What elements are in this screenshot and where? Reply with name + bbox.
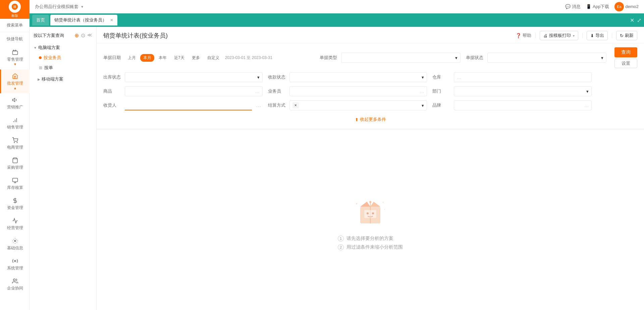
tab-close-button[interactable]: ✕ xyxy=(110,18,113,22)
sidebar-item-marketing[interactable]: 营销推广 xyxy=(0,93,30,113)
tab-close-all-button[interactable]: ✕ xyxy=(630,17,634,23)
purchase-icon xyxy=(12,157,18,164)
add-scheme-button[interactable]: ⊕ xyxy=(74,32,79,39)
sidebar-item-sales[interactable]: 销售管理 xyxy=(0,113,30,134)
doc-status-select[interactable]: ▾ xyxy=(487,53,606,63)
brand-label: 品牌 xyxy=(432,102,451,108)
mobile-scheme-group-label: 移动端方案 xyxy=(42,76,63,82)
breadcrumb-dropdown[interactable]: ▾ xyxy=(81,4,83,9)
department-select[interactable]: ▾ xyxy=(454,86,592,96)
date-this-year[interactable]: 本年 xyxy=(156,54,170,62)
refresh-icon: ↻ xyxy=(620,33,624,38)
tab-home[interactable]: 首页 xyxy=(32,15,49,25)
collect-status-select[interactable]: ▾ xyxy=(289,72,427,82)
sidebar-item-label-system: 系统管理 xyxy=(7,265,23,271)
sidebar-item-inventory[interactable]: 库存核算 xyxy=(0,174,30,194)
sidebar-item-label-finance: 资金管理 xyxy=(7,205,23,211)
date-range-text: 2023-03-01 至 2023-03-31 xyxy=(225,55,272,61)
mobile-scheme-group-header[interactable]: ▶ 移动端方案 xyxy=(30,74,96,84)
page-actions: ❓ 帮助 🖨 按模板打印 ▾ ⬇ 导出 xyxy=(516,31,637,40)
inventory-icon xyxy=(12,177,18,184)
warehouse-select[interactable]: … xyxy=(454,72,592,82)
out-status-select[interactable]: ▾ xyxy=(125,72,263,82)
tab-expand-button[interactable]: ⤢ xyxy=(637,17,641,23)
settings-button[interactable]: 设置 xyxy=(614,59,637,68)
pc-scheme-group-header[interactable]: ▼ 电脑端方案 xyxy=(30,43,96,53)
print-dropdown-arrow[interactable]: ▾ xyxy=(573,34,575,38)
warehouse-label: 仓库 xyxy=(432,74,451,80)
sidebar-item-retail[interactable]: 零售管理 ▼ xyxy=(0,46,30,69)
svg-point-19 xyxy=(372,212,374,214)
scheme-settings-button[interactable]: ⊙ xyxy=(81,32,85,39)
department-filter: 部门 ▾ xyxy=(432,86,592,96)
refresh-button[interactable]: ↻ 刷新 xyxy=(616,31,637,40)
svg-point-12 xyxy=(14,240,16,242)
payment-select[interactable]: × ▾ xyxy=(289,100,427,110)
tab-sales-stats[interactable]: 销货单统计表（按业务员） ✕ xyxy=(50,15,117,25)
date-custom[interactable]: 自定义 xyxy=(204,54,222,62)
ecommerce-icon xyxy=(12,137,18,144)
print-button[interactable]: 🖨 按模板打印 ▾ xyxy=(540,31,578,40)
brand-select[interactable]: … xyxy=(454,100,592,110)
action-buttons: 查询 设置 xyxy=(612,47,637,68)
sidebar-item-basic[interactable]: 基础信息 xyxy=(0,234,30,254)
scheme-by-order-icon: ⊞ xyxy=(39,65,42,70)
svg-rect-0 xyxy=(13,51,18,55)
scheme-by-order[interactable]: ⊞ 按单 xyxy=(30,63,96,73)
doc-status-arrow: ▾ xyxy=(601,55,603,60)
collapse-filters-button[interactable]: ⬆ 收起更多条件 xyxy=(103,114,637,124)
collapse-panel-button[interactable]: ≪ xyxy=(87,32,92,39)
date-this-month[interactable]: 本月 xyxy=(140,54,154,62)
divider-3 xyxy=(612,33,612,38)
payment-tag-close[interactable]: × xyxy=(294,103,297,108)
search-menu-item[interactable]: 搜索菜单 xyxy=(0,19,30,32)
consignee-input[interactable] xyxy=(125,100,252,110)
svg-point-6 xyxy=(17,142,17,143)
tip-num-2: 2 xyxy=(338,244,344,250)
doc-status-label: 单据状态 xyxy=(466,55,485,61)
query-button[interactable]: 查询 xyxy=(614,47,637,57)
date-7days[interactable]: 近7天 xyxy=(171,54,187,62)
date-last-month[interactable]: 上月 xyxy=(125,54,139,62)
filter-row-1: 单据日期 上月 本月 本年 近7天 更多 自定义 2023-03-01 至 20… xyxy=(103,47,637,68)
brand-dots: … xyxy=(584,103,589,108)
message-button[interactable]: 💬 消息 xyxy=(565,4,581,10)
sidebar-item-purchase[interactable]: 采购管理 xyxy=(0,154,30,174)
scheme-by-salesperson[interactable]: 按业务员 xyxy=(30,53,96,63)
app-download-button[interactable]: 📱 App下载 xyxy=(586,4,609,10)
user-name: demo2 xyxy=(625,4,639,9)
svg-text:✦: ✦ xyxy=(355,202,358,206)
doc-type-select[interactable]: ▾ xyxy=(341,53,460,63)
sidebar-item-collab[interactable]: 企业协同 xyxy=(0,274,30,295)
empty-tip-2: 2 用过滤条件来缩小分析范围 xyxy=(338,244,403,250)
basic-icon xyxy=(12,238,18,244)
collapse-filters-label: 收起更多条件 xyxy=(360,116,386,122)
salesperson-select[interactable]: … xyxy=(289,86,427,96)
empty-tip-1-text: 请先选择要分析的方案 xyxy=(346,236,393,242)
sidebar-item-wholesale[interactable]: 批发管理 ▲ xyxy=(0,69,30,93)
consignee-label: 收货人 xyxy=(103,102,122,108)
sidebar-item-system[interactable]: 系统管理 xyxy=(0,254,30,274)
user-avatar-area[interactable]: Ea demo2 xyxy=(614,2,639,11)
date-more[interactable]: 更多 xyxy=(189,54,203,62)
quick-nav-item[interactable]: 快捷导航 xyxy=(0,32,30,46)
sidebar-item-label-basic: 基础信息 xyxy=(7,245,23,251)
help-icon: ❓ xyxy=(516,33,521,38)
goods-filter: 商品 … xyxy=(103,86,263,96)
sidebar-item-operation[interactable]: 经营管理 xyxy=(0,214,30,234)
help-button[interactable]: ❓ 帮助 xyxy=(516,33,531,39)
goods-select[interactable]: … xyxy=(125,86,263,96)
date-filter: 单据日期 上月 本月 本年 近7天 更多 自定义 2023-03-01 至 20… xyxy=(103,54,314,62)
sidebar-logo: 标版 xyxy=(0,0,30,19)
sidebar-item-ecommerce[interactable]: 电商管理 xyxy=(0,134,30,154)
sidebar-item-label-sales: 销售管理 xyxy=(7,124,23,130)
filter-row-2: 出库状态 ▾ 收款状态 ▾ 仓库 xyxy=(103,72,637,82)
consignee-dots[interactable]: … xyxy=(255,102,263,108)
divider-1 xyxy=(535,33,536,38)
svg-point-5 xyxy=(14,142,15,143)
doc-status-filter: 单据状态 ▾ xyxy=(466,53,606,63)
quick-nav-label: 快捷导航 xyxy=(7,36,23,42)
department-label: 部门 xyxy=(432,88,451,94)
export-button[interactable]: ⬇ 导出 xyxy=(587,31,608,40)
sidebar-item-finance[interactable]: 资金管理 xyxy=(0,194,30,214)
